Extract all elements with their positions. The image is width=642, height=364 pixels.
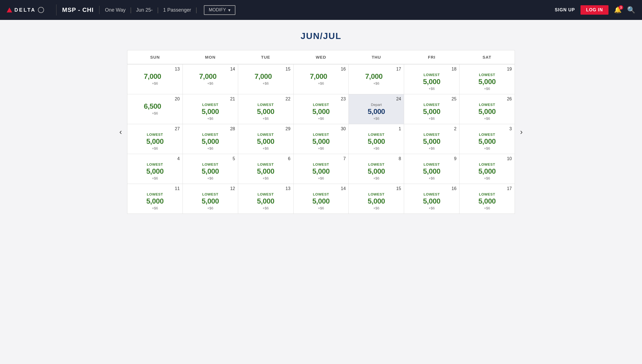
cell-points: 5,000 [241,167,291,176]
calendar-cell[interactable]: 23LOWEST5,000+$6 [293,94,349,124]
cell-points: 5,000 [186,107,235,116]
cell-price: +$6 [241,116,291,121]
cell-price: +$6 [241,206,291,210]
cell-price: +$6 [296,116,346,121]
calendar-title: JUN/JUL [127,31,515,41]
login-button[interactable]: LOG IN [581,5,608,15]
calendar-cell[interactable]: 11LOWEST5,000+$6 [127,184,183,214]
cell-price: +$6 [186,206,235,210]
cell-lowest-label: LOWEST [407,192,456,196]
calendar-cell[interactable]: 8LOWEST5,000+$6 [349,154,404,184]
trip-type-text: One Way [105,7,125,13]
calendar-row: 4LOWEST5,000+$65LOWEST5,000+$66LOWEST5,0… [127,154,515,184]
cell-lowest-label: LOWEST [130,192,180,196]
cell-lowest-label: LOWEST [241,103,291,107]
calendar-cell[interactable]: 14LOWEST5,000+$6 [293,184,349,214]
cell-points: 5,000 [130,197,180,206]
delta-triangle-icon [7,7,12,12]
cell-price: +$6 [186,116,235,121]
route-text: MSP - CHI [62,6,94,14]
header-divider-1 [56,4,57,15]
calendar-cell[interactable]: 24Depart5,000+$6 [349,94,404,124]
cell-points: 5,000 [351,167,401,176]
cell-price: +$6 [296,146,346,150]
calendar-cell[interactable]: 10LOWEST5,000+$6 [459,154,515,184]
cell-date-number: 9 [454,156,456,161]
cell-points: 5,000 [462,77,512,86]
cell-date-number: 4 [177,156,180,161]
calendar-cell[interactable]: 16LOWEST5,000+$6 [404,184,459,214]
modify-button[interactable]: MODIFY ▾ [204,5,235,15]
calendar-cell[interactable]: 22LOWEST5,000+$6 [238,94,293,124]
cell-date-number: 24 [396,97,401,102]
cell-lowest-label: LOWEST [462,103,512,107]
calendar-cell[interactable]: 18LOWEST5,000+$6 [404,64,459,94]
cell-lowest-label: LOWEST [186,162,235,167]
calendar-cell[interactable]: 177,000+$6 [349,64,404,94]
calendar-wrapper: ‹ › SUNMONTUEWEDTHUFRISAT 137,000+$6147,… [127,50,515,214]
calendar-cell[interactable]: 25LOWEST5,000+$6 [404,94,459,124]
cell-price: +$6 [462,146,512,150]
calendar-row: 27LOWEST5,000+$628LOWEST5,000+$629LOWEST… [127,124,515,154]
calendar-cell[interactable]: 1LOWEST5,000+$6 [349,124,404,154]
calendar-cell[interactable]: 15LOWEST5,000+$6 [349,184,404,214]
calendar-cell[interactable]: 12LOWEST5,000+$6 [183,184,238,214]
cell-lowest-label: LOWEST [186,192,235,196]
calendar-cell[interactable]: 13LOWEST5,000+$6 [238,184,293,214]
cell-points: 5,000 [296,197,346,206]
cell-lowest-label: LOWEST [407,132,456,137]
cell-date-number: 29 [286,126,291,131]
calendar-cell[interactable]: 137,000+$6 [127,64,183,94]
calendar-cell[interactable]: 2LOWEST5,000+$6 [404,124,459,154]
cell-lowest-label: LOWEST [241,132,291,137]
calendar-cell[interactable]: 7LOWEST5,000+$6 [293,154,349,184]
calendar-cell[interactable]: 17LOWEST5,000+$6 [459,184,515,214]
cell-lowest-label: LOWEST [186,132,235,137]
search-button[interactable]: 🔍 [627,6,635,14]
notifications-button[interactable]: 🔔 3 [614,6,622,14]
calendar-cell[interactable]: 4LOWEST5,000+$6 [127,154,183,184]
signup-button[interactable]: SIGN UP [555,7,575,12]
calendar-cell[interactable]: 21LOWEST5,000+$6 [183,94,238,124]
cell-points: 5,000 [186,137,235,146]
next-month-button[interactable]: › [518,125,525,139]
separator-1: | [130,6,132,14]
cell-date-number: 8 [399,156,401,161]
cell-date-number: 28 [230,126,235,131]
calendar-cell[interactable]: 9LOWEST5,000+$6 [404,154,459,184]
cell-points: 5,000 [407,137,456,146]
cell-date-number: 27 [175,126,180,131]
day-header-mon: MON [183,50,238,64]
cell-price: +$6 [462,176,512,180]
cell-date-number: 22 [286,97,291,102]
prev-month-button[interactable]: ‹ [117,125,124,139]
calendar-cell[interactable]: 5LOWEST5,000+$6 [183,154,238,184]
cell-date-number: 7 [343,156,346,161]
calendar-cell[interactable]: 167,000+$6 [293,64,349,94]
calendar-cell[interactable]: 29LOWEST5,000+$6 [238,124,293,154]
calendar-cell[interactable]: 147,000+$6 [183,64,238,94]
calendar-cell[interactable]: 26LOWEST5,000+$6 [459,94,515,124]
calendar-cell[interactable]: 30LOWEST5,000+$6 [293,124,349,154]
cell-date-number: 15 [396,186,401,191]
cell-lowest-label: LOWEST [351,132,401,137]
calendar-cell[interactable]: 28LOWEST5,000+$6 [183,124,238,154]
cell-points: 5,000 [462,107,512,116]
calendar-cell[interactable]: 3LOWEST5,000+$6 [459,124,515,154]
cell-date-number: 13 [175,67,180,72]
cell-points: 7,000 [351,72,401,81]
cell-lowest-label: LOWEST [296,103,346,107]
cell-date-number: 21 [230,97,235,102]
cell-date-number: 18 [451,67,456,72]
calendar-cell[interactable]: 157,000+$6 [238,64,293,94]
calendar-cell[interactable]: 27LOWEST5,000+$6 [127,124,183,154]
cell-points: 5,000 [462,167,512,176]
calendar-cell[interactable]: 6LOWEST5,000+$6 [238,154,293,184]
calendar-cell[interactable]: 19LOWEST5,000+$6 [459,64,515,94]
cell-date-number: 12 [230,186,235,191]
calendar-cell[interactable]: 206,500+$6 [127,94,183,124]
cell-price: +$6 [296,81,346,85]
calendar-row: 206,500+$621LOWEST5,000+$622LOWEST5,000+… [127,94,515,124]
cell-depart-label: Depart [351,103,401,107]
calendar-row: 137,000+$6147,000+$6157,000+$6167,000+$6… [127,64,515,94]
